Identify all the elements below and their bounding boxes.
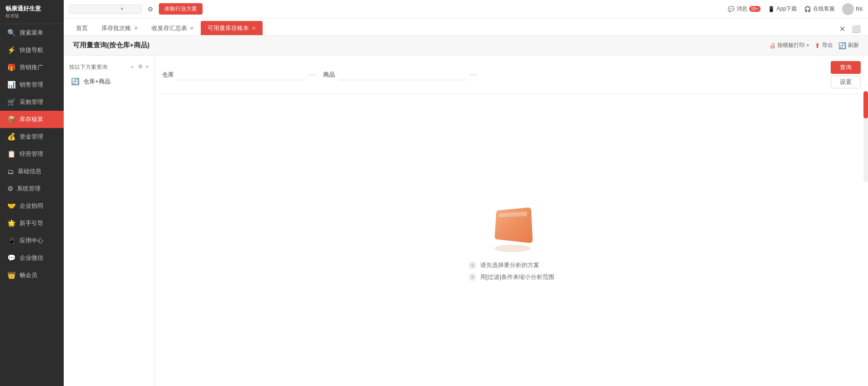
app-subtitle: 标准版 <box>5 13 58 19</box>
app-download-label: App下载 <box>777 5 797 13</box>
avatar <box>842 3 854 15</box>
close-icon[interactable]: ✕ <box>190 26 194 31</box>
sidebar-item-purchase[interactable]: 🛒 采购管理 <box>0 93 64 111</box>
sidebar-item-newbie[interactable]: 🌟 新手引导 <box>0 215 64 232</box>
sidebar-item-label: 库存核算 <box>20 115 43 124</box>
tab-collection-summary[interactable]: 收发存汇总表 ✕ <box>145 21 201 35</box>
sidebar-item-label: 经营管理 <box>20 150 43 158</box>
sidebar-item-label: 采购管理 <box>20 98 43 106</box>
folder-icon: 🗂 <box>7 168 14 175</box>
box-icon: 📦 <box>7 115 16 124</box>
sidebar: 畅康通好生意 标准版 🔍 搜索菜单 ⚡ 快捷导航 🎁 营销推广 📊 销售管理 🛒… <box>0 0 64 386</box>
refresh-btn[interactable]: 🔄 刷新 <box>838 41 859 49</box>
add-filter-icon[interactable]: ＋ <box>129 63 135 71</box>
filter-panel: 按以下方案查询 ＋ ⊕ « 🔄 仓库+商品 <box>64 56 155 386</box>
sidebar-item-member[interactable]: 👑 畅会员 <box>0 267 64 284</box>
clipboard-icon: 📋 <box>7 150 16 158</box>
settings-button[interactable]: 设置 <box>831 76 861 88</box>
product-input[interactable] <box>339 70 466 80</box>
print-template-label: 按模板打印 <box>777 41 805 49</box>
sidebar-item-search[interactable]: 🔍 搜索菜单 <box>0 24 64 41</box>
print-template-btn[interactable]: 🖨 按模板打印 ▾ <box>769 41 809 49</box>
chevron-down-icon[interactable]: ▾ <box>121 6 123 12</box>
filter-row: 仓库 ··· 商品 ··· 查询 设置 <box>155 56 868 94</box>
close-icon[interactable]: ✕ <box>252 26 256 31</box>
warehouse-input[interactable] <box>178 70 305 80</box>
header-search-box[interactable]: ▾ <box>69 5 142 14</box>
warehouse-more-icon[interactable]: ··· <box>309 71 316 79</box>
app-download-item[interactable]: 📱 App下载 <box>768 5 797 13</box>
query-area: 仓库 ··· 商品 ··· 查询 设置 <box>155 56 868 386</box>
sidebar-item-label: 基础信息 <box>18 167 41 175</box>
tab-batch-account[interactable]: 库存批次账 ✕ <box>95 21 145 35</box>
search-icon: 🔍 <box>7 29 16 37</box>
headset-icon: 🎧 <box>804 6 811 12</box>
gift-icon: 🎁 <box>7 63 16 72</box>
sidebar-item-enterprise[interactable]: 🤝 企业协同 <box>0 197 64 215</box>
sidebar-item-weixin[interactable]: 💬 企业微信 <box>0 249 64 267</box>
mobile-icon: 📱 <box>7 237 16 245</box>
sidebar-item-operations[interactable]: 📋 经营管理 <box>0 145 64 163</box>
sidebar-logo: 畅康通好生意 标准版 <box>0 0 64 24</box>
chat-icon: 💬 <box>7 254 16 262</box>
user-info[interactable]: Rit <box>842 3 863 15</box>
sidebar-item-sales[interactable]: 📊 销售管理 <box>0 76 64 93</box>
top-header: ▾ ⚙ 体验行业方案 💬 消息 99+ 📱 App下载 🎧 在线客服 Rit <box>64 0 868 18</box>
sidebar-item-basic-info[interactable]: 🗂 基础信息 <box>0 163 64 180</box>
content-area: 按以下方案查询 ＋ ⊕ « 🔄 仓库+商品 仓库 ··· <box>64 56 868 386</box>
close-icon[interactable]: ✕ <box>134 26 138 31</box>
header-right: 💬 消息 99+ 📱 App下载 🎧 在线客服 Rit <box>728 3 863 15</box>
product-more-icon[interactable]: ··· <box>470 71 477 79</box>
online-service-item[interactable]: 🎧 在线客服 <box>804 5 835 13</box>
sidebar-item-label: 系统管理 <box>17 185 41 193</box>
settings-icon[interactable]: ⚙ <box>146 4 155 15</box>
tab-collection-label: 收发存汇总表 <box>152 24 187 32</box>
right-scrollbar[interactable] <box>863 91 868 182</box>
close-window-icon[interactable]: ✕ <box>838 23 847 35</box>
filter-header-icons: ＋ ⊕ « <box>129 63 149 71</box>
gear-icon: ⚙ <box>7 185 13 193</box>
handshake-icon: 🤝 <box>7 202 16 210</box>
online-service-label: 在线客服 <box>813 5 835 13</box>
refresh-label: 刷新 <box>848 41 859 49</box>
sidebar-item-label: 营销推广 <box>20 63 43 72</box>
printer-icon: 🖨 <box>769 42 776 49</box>
page-title-actions: 🖨 按模板打印 ▾ ⬆ 导出 🔄 刷新 <box>769 41 859 49</box>
sidebar-item-label: 快捷导航 <box>20 46 43 54</box>
expand-icon[interactable]: ⬜ <box>850 23 863 35</box>
export-btn[interactable]: ⬆ 导出 <box>815 41 833 49</box>
sidebar-scroll: 🔍 搜索菜单 ⚡ 快捷导航 🎁 营销推广 📊 销售管理 🛒 采购管理 📦 库存核… <box>0 24 64 386</box>
notification-label: 消息 <box>736 5 747 13</box>
tabs-bar: 首页 库存批次账 ✕ 收发存汇总表 ✕ 可用量库存账本 ✕ ✕ ⬜ <box>64 18 868 36</box>
tab-available-ledger[interactable]: 可用量库存账本 ✕ <box>201 21 263 35</box>
filter-settings-icon[interactable]: ⊕ <box>138 63 143 71</box>
phone-icon: 📱 <box>768 6 775 12</box>
product-label: 商品 <box>323 71 335 79</box>
empty-hint-1: ① 请先选择要分析的方案 <box>468 261 554 269</box>
sidebar-item-label: 搜索菜单 <box>20 29 43 37</box>
industry-btn[interactable]: 体验行业方案 <box>159 3 203 15</box>
scrollbar-thumb <box>863 91 868 118</box>
refresh-icon: 🔄 <box>838 42 846 49</box>
crown-icon: 👑 <box>7 271 16 279</box>
notification-item[interactable]: 💬 消息 99+ <box>728 5 761 13</box>
sidebar-item-label: 资金管理 <box>20 133 43 141</box>
warehouse-field: 仓库 ··· <box>162 70 316 80</box>
query-button[interactable]: 查询 <box>831 61 861 74</box>
search-input[interactable] <box>73 6 119 12</box>
star-icon: 🌟 <box>7 219 16 227</box>
sidebar-item-system[interactable]: ⚙ 系统管理 <box>0 180 64 197</box>
empty-text-area: ① 请先选择要分析的方案 ② 用[过滤]条件来缩小分析范围 <box>468 261 554 281</box>
empty-shadow <box>494 245 531 252</box>
money-icon: 💰 <box>7 133 16 141</box>
sidebar-item-quick-nav[interactable]: ⚡ 快捷导航 <box>0 41 64 59</box>
filter-warehouse-product[interactable]: 🔄 仓库+商品 <box>64 74 154 89</box>
sidebar-item-inventory[interactable]: 📦 库存核算 <box>0 111 64 128</box>
sidebar-item-finance[interactable]: 💰 资金管理 <box>0 128 64 145</box>
tab-home[interactable]: 首页 <box>69 21 95 35</box>
cart-icon: 🛒 <box>7 98 16 106</box>
sidebar-item-marketing[interactable]: 🎁 营销推广 <box>0 59 64 76</box>
tabs-right-controls: ✕ ⬜ <box>838 23 863 35</box>
collapse-icon[interactable]: « <box>146 63 149 71</box>
sidebar-item-app-center[interactable]: 📱 应用中心 <box>0 232 64 249</box>
